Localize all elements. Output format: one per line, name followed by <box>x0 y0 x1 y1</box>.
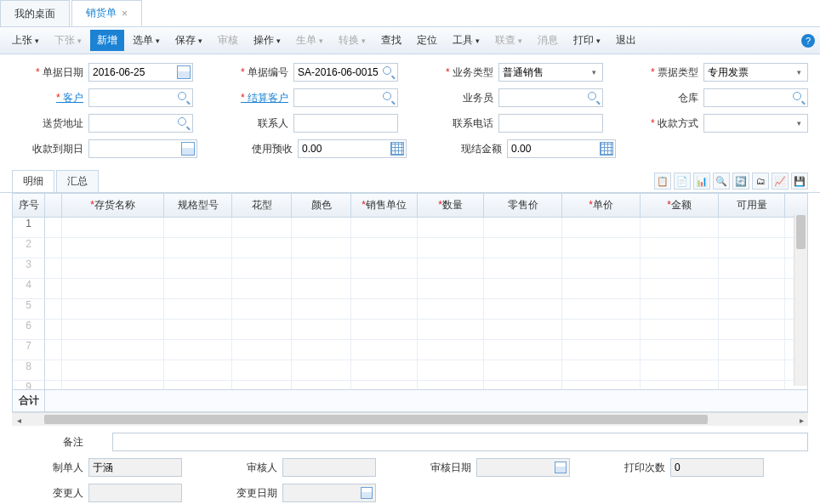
grid-cell[interactable] <box>641 340 719 360</box>
grid-cell[interactable] <box>164 340 232 360</box>
grid-icon[interactable] <box>600 142 613 156</box>
grid-cell[interactable] <box>562 279 641 298</box>
grid-cell[interactable] <box>292 279 351 298</box>
grid-cell[interactable] <box>484 238 562 258</box>
prepay-input[interactable] <box>298 139 407 158</box>
grid-cell[interactable] <box>45 258 62 278</box>
grid-cell[interactable] <box>484 258 562 278</box>
chevron-down-icon[interactable]: ▾ <box>792 65 806 79</box>
grid-cell[interactable] <box>164 279 232 298</box>
close-icon[interactable]: × <box>122 8 128 20</box>
grid-cell[interactable] <box>232 381 292 389</box>
grid-cell[interactable] <box>164 320 232 339</box>
grid-cell[interactable] <box>351 218 418 237</box>
grid-cell[interactable] <box>562 258 641 278</box>
search-icon[interactable] <box>382 65 396 79</box>
grid-cell[interactable] <box>484 340 562 360</box>
toolbar-查找[interactable]: 查找 <box>374 30 408 51</box>
biz-type-select[interactable]: ▾ <box>498 63 603 82</box>
search-icon[interactable] <box>177 116 191 130</box>
grid-col-color[interactable]: 颜色 <box>292 194 351 217</box>
grid-cell[interactable] <box>62 360 164 380</box>
table-row[interactable]: 4 <box>13 279 807 299</box>
customer-input[interactable] <box>88 88 193 107</box>
horizontal-scrollbar[interactable]: ◂ ▸ <box>12 412 808 426</box>
table-row[interactable]: 8 <box>13 360 807 381</box>
toolbar-上张[interactable]: 上张 <box>5 30 46 51</box>
grid-cell[interactable] <box>641 258 719 278</box>
grid-cell[interactable] <box>719 258 785 278</box>
grid-cell[interactable] <box>292 218 351 237</box>
grid-cell[interactable] <box>484 381 562 389</box>
hscroll-right-arrow-icon[interactable]: ▸ <box>794 413 808 427</box>
grid-cell[interactable] <box>418 340 484 360</box>
grid-cell[interactable] <box>641 320 719 339</box>
grid-cell[interactable] <box>351 360 418 380</box>
grid-cell[interactable] <box>62 340 164 360</box>
find-icon[interactable]: 🔍 <box>713 173 730 190</box>
grid-col-avail[interactable]: 可用量 <box>719 194 785 217</box>
table-row[interactable]: 3 <box>13 258 807 279</box>
grid-col-qty[interactable]: 数量 <box>418 194 484 217</box>
grid-cell[interactable] <box>418 360 484 380</box>
grid-cell[interactable] <box>418 258 484 278</box>
grid-cell[interactable]: 1 <box>13 218 45 237</box>
warehouse-input[interactable] <box>703 88 808 107</box>
grid-cell[interactable] <box>351 381 418 389</box>
grid-cell[interactable] <box>418 320 484 339</box>
grid-cell[interactable] <box>351 340 418 360</box>
grid-col-invname[interactable]: 存货名称 <box>62 194 164 217</box>
layout-icon[interactable]: 🗂 <box>752 173 769 190</box>
grid-col-pattern[interactable]: 花型 <box>232 194 292 217</box>
grid-cell[interactable] <box>484 279 562 298</box>
copy-icon[interactable]: 📋 <box>654 173 671 190</box>
grid-cell[interactable] <box>719 299 785 319</box>
bill-no-input[interactable] <box>293 63 398 82</box>
grid-cell[interactable] <box>62 258 164 278</box>
inv-type-select[interactable]: ▾ <box>703 63 808 82</box>
address-input[interactable] <box>88 114 193 133</box>
grid-cell[interactable] <box>164 381 232 389</box>
chevron-down-icon[interactable]: ▾ <box>587 65 601 79</box>
grid-cell[interactable] <box>232 320 292 339</box>
export-icon[interactable]: 📊 <box>693 173 710 190</box>
grid-cell[interactable] <box>292 258 351 278</box>
grid-cell[interactable] <box>562 381 641 389</box>
grid-cell[interactable] <box>418 381 484 389</box>
grid-cell[interactable] <box>45 218 62 237</box>
hscroll-thumb[interactable] <box>44 415 708 424</box>
toolbar-工具[interactable]: 工具 <box>446 30 487 51</box>
grid-cell[interactable]: 8 <box>13 360 45 380</box>
grid-cell[interactable] <box>45 320 62 339</box>
grid-cell[interactable] <box>62 238 164 258</box>
toolbar-选单[interactable]: 选单 <box>126 30 167 51</box>
grid-cell[interactable] <box>292 360 351 380</box>
grid-cell[interactable] <box>719 218 785 237</box>
grid-cell[interactable] <box>418 218 484 237</box>
page-tab[interactable]: 我的桌面 <box>0 0 70 26</box>
toolbar-定位[interactable]: 定位 <box>410 30 444 51</box>
vscroll-thumb[interactable] <box>796 215 806 249</box>
toolbar-保存[interactable]: 保存 <box>168 30 209 51</box>
grid-cell[interactable] <box>562 299 641 319</box>
grid-cell[interactable] <box>292 340 351 360</box>
grid-cell[interactable] <box>719 279 785 298</box>
grid-cell[interactable] <box>232 299 292 319</box>
grid-cell[interactable]: 7 <box>13 340 45 360</box>
grid-cell[interactable] <box>45 360 62 380</box>
grid-cell[interactable] <box>484 320 562 339</box>
subtab-明细[interactable]: 明细 <box>12 170 54 192</box>
table-row[interactable]: 2 <box>13 238 807 258</box>
grid-cell[interactable] <box>62 218 164 237</box>
grid-col-amount[interactable]: 金额 <box>641 194 719 217</box>
grid-cell[interactable] <box>641 299 719 319</box>
table-row[interactable]: 9 <box>13 381 807 389</box>
search-icon[interactable] <box>382 91 396 105</box>
grid-cell[interactable] <box>164 258 232 278</box>
grid-cell[interactable] <box>164 218 232 237</box>
table-row[interactable]: 6 <box>13 320 807 340</box>
grid-cell[interactable]: 4 <box>13 279 45 298</box>
table-row[interactable]: 5 <box>13 299 807 320</box>
grid-cell[interactable] <box>484 299 562 319</box>
grid-cell[interactable] <box>641 381 719 389</box>
